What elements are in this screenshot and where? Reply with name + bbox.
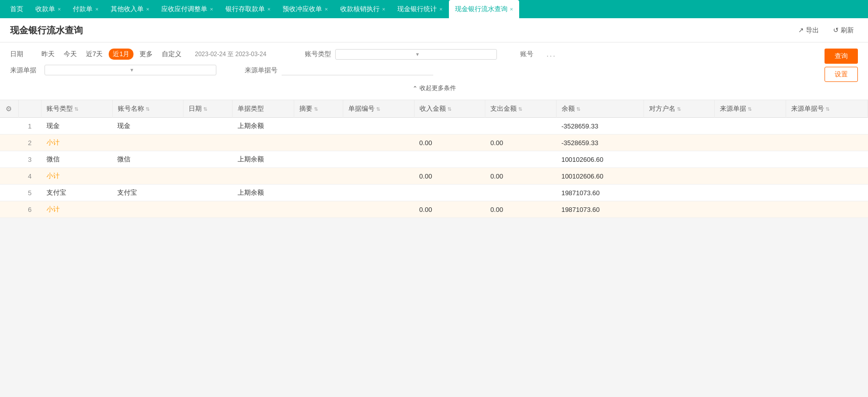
filter-area: 日期 昨天 今天 近7天 近1月 更多 自定义 2023-02-24 至 202… [0, 42, 868, 100]
page-title: 现金银行流水查询 [10, 24, 83, 36]
close-icon[interactable]: × [382, 6, 385, 12]
cell-income [414, 151, 485, 168]
cell-source-doc [715, 168, 786, 185]
table-row: 1现金现金上期余额-3528659.33 [0, 118, 868, 135]
sort-icon[interactable]: ⇅ [447, 106, 451, 112]
cell-balance: 100102606.60 [556, 168, 644, 185]
nav-tab-yinhangcunqu[interactable]: 银行存取款单 × [219, 0, 277, 18]
cell-income [414, 185, 485, 201]
cell-counterpart [644, 135, 715, 151]
close-icon[interactable]: × [58, 6, 61, 12]
account-type-select[interactable]: ▾ [335, 49, 497, 60]
sort-icon[interactable]: ⇅ [518, 106, 522, 112]
cell-source-doc-no [786, 151, 867, 168]
collapse-filter-bar[interactable]: ⌃ 收起更多条件 [10, 82, 858, 96]
sort-icon[interactable]: ⇅ [203, 106, 207, 112]
row-index: 3 [18, 151, 41, 168]
nav-tab-fukuandan[interactable]: 付款单 × [67, 0, 104, 18]
cell-doc-type [233, 168, 294, 185]
cell-summary [294, 118, 343, 135]
close-icon[interactable]: × [267, 6, 270, 12]
close-icon[interactable]: × [510, 6, 513, 12]
cell-source-doc [715, 135, 786, 151]
gear-cell [0, 201, 18, 218]
nav-tab-qitashouru[interactable]: 其他收入单 × [105, 0, 155, 18]
close-icon[interactable]: × [439, 6, 442, 12]
nav-tab-xianjintongji[interactable]: 现金银行统计 × [391, 0, 448, 18]
date-label: 日期 [10, 50, 30, 59]
row-index: 6 [18, 201, 41, 218]
date-opt-1month[interactable]: 近1月 [109, 49, 133, 60]
sort-icon[interactable]: ⇅ [314, 106, 318, 112]
cell-account-name: 微信 [112, 151, 184, 168]
cell-expense: 0.00 [485, 168, 557, 185]
cell-source-doc-no [786, 135, 867, 151]
cell-counterpart [644, 118, 715, 135]
cell-doc-type [233, 201, 294, 218]
table-row: 4小计0.000.00100102606.60 [0, 168, 868, 185]
source-doc-select[interactable]: ▾ [44, 65, 216, 75]
header-actions: ↗ 导出 ↺ 刷新 [794, 24, 858, 37]
cell-doc-type [233, 135, 294, 151]
refresh-icon: ↺ [833, 26, 839, 34]
cell-account-name [112, 135, 184, 151]
cell-doc-no [343, 185, 415, 201]
chevron-up-icon: ⌃ [413, 85, 418, 92]
date-opt-today[interactable]: 今天 [61, 49, 80, 60]
close-icon[interactable]: × [325, 6, 328, 12]
gear-cell [0, 118, 18, 135]
cell-doc-no [343, 151, 415, 168]
cell-doc-type: 上期余额 [233, 185, 294, 201]
nav-tab-shoukuanheciao[interactable]: 收款核销执行 × [334, 0, 391, 18]
close-icon[interactable]: × [146, 6, 149, 12]
close-icon[interactable]: × [210, 6, 213, 12]
sort-icon[interactable]: ⇅ [376, 106, 380, 112]
date-opt-yesterday[interactable]: 昨天 [38, 49, 58, 60]
date-opt-7days[interactable]: 近7天 [83, 49, 106, 60]
cell-counterpart [644, 201, 715, 218]
refresh-button[interactable]: ↺ 刷新 [829, 24, 858, 37]
source-doc-label: 来源单据 [10, 66, 36, 75]
nav-home[interactable]: 首页 [4, 0, 29, 18]
export-button[interactable]: ↗ 导出 [794, 24, 823, 37]
sort-icon[interactable]: ⇅ [576, 106, 580, 112]
cell-doc-type: 上期余额 [233, 151, 294, 168]
cell-date [184, 118, 233, 135]
nav-tab-yushourchong[interactable]: 预收冲应收单 × [277, 0, 334, 18]
cell-date [184, 151, 233, 168]
source-doc-no-input[interactable] [282, 65, 433, 75]
query-button[interactable]: 查询 [825, 49, 858, 64]
nav-tab-yingshouzhengtiao[interactable]: 应收应付调整单 × [155, 0, 219, 18]
sort-icon[interactable]: ⇅ [677, 106, 681, 112]
col-doc-type: 单据类型 [233, 100, 294, 118]
gear-cell [0, 151, 18, 168]
cell-balance: 19871073.60 [556, 201, 644, 218]
cell-income [414, 118, 485, 135]
date-opt-custom[interactable]: 自定义 [159, 49, 185, 60]
gear-cell [0, 185, 18, 201]
col-index [18, 100, 41, 118]
cell-date [184, 185, 233, 201]
col-account-name: 账号名称⇅ [112, 100, 184, 118]
nav-tab-shoukuandan[interactable]: 收款单 × [29, 0, 67, 18]
date-opt-more[interactable]: 更多 [136, 49, 156, 60]
gear-icon[interactable]: ⚙ [6, 105, 12, 113]
sort-icon[interactable]: ⇅ [748, 106, 752, 112]
account-dots[interactable]: ... [544, 50, 558, 59]
cell-source-doc [715, 185, 786, 201]
col-doc-no: 单据编号⇅ [343, 100, 415, 118]
filter-actions: 查询 设置 [825, 49, 858, 82]
sort-icon[interactable]: ⇅ [826, 106, 830, 112]
cell-account-name: 支付宝 [112, 185, 184, 201]
sort-icon[interactable]: ⇅ [146, 106, 150, 112]
nav-tab-liushuichaxun[interactable]: 现金银行流水查询 × [449, 0, 519, 18]
cell-balance: 100102606.60 [556, 151, 644, 168]
data-table: ⚙ 账号类型⇅ 账号名称⇅ 日期⇅ 单据类型 摘要⇅ [0, 100, 868, 218]
cell-expense [485, 151, 557, 168]
cell-source-doc-no [786, 201, 867, 218]
sort-icon[interactable]: ⇅ [74, 106, 78, 112]
close-icon[interactable]: × [95, 6, 98, 12]
settings-button[interactable]: 设置 [825, 67, 858, 82]
chevron-down-icon: ▾ [130, 67, 212, 73]
cell-summary [294, 185, 343, 201]
